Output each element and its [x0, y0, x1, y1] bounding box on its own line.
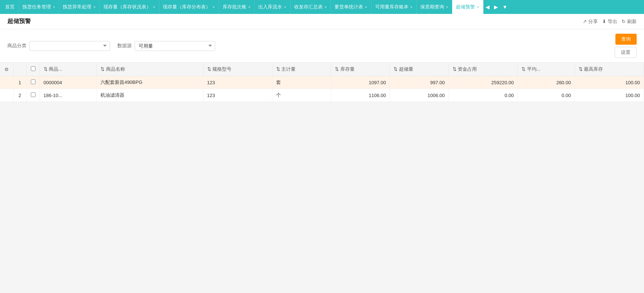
nav-order-stats[interactable]: 要货单统计表 × [331, 0, 371, 14]
col-gear: ⚙ [0, 63, 13, 76]
row-gear-cell [0, 89, 13, 102]
nav-shelf-life[interactable]: 保质期查询 × [417, 0, 452, 14]
col-avg[interactable]: ⇅ 平均... [518, 63, 575, 76]
close-order-stats[interactable]: × [365, 5, 367, 9]
row-spec: 123 [203, 76, 272, 89]
row-index: 2 [13, 89, 26, 102]
col-index [13, 63, 26, 76]
col-overstock[interactable]: ⇅ 超储量 [390, 63, 449, 76]
category-label: 商品分类 [7, 42, 26, 49]
row-checkbox[interactable] [31, 92, 36, 97]
row-unit: 个 [272, 89, 331, 102]
nav-batch-account[interactable]: 库存批次账 × [219, 0, 255, 14]
row-checkbox-cell[interactable] [26, 76, 40, 89]
refresh-button[interactable]: ↻ 刷新 [622, 18, 637, 25]
topbar-prev-btn[interactable]: ◀ [483, 0, 492, 14]
row-avg: 260.00 [518, 76, 575, 89]
close-available-stock[interactable]: × [410, 5, 413, 9]
topbar-more-btn[interactable]: ▼ [500, 0, 510, 14]
gear-icon[interactable]: ⚙ [4, 67, 9, 72]
nav-home[interactable]: 首页 [1, 0, 19, 14]
share-icon: ↗ [583, 19, 587, 24]
close-stock-status[interactable]: × [153, 5, 155, 9]
nav-stock-status[interactable]: 现存量（库存状况表） × [100, 0, 159, 14]
settings-button[interactable]: 设置 [615, 47, 637, 58]
row-overstock: 997.00 [390, 76, 449, 89]
row-name: 六配套新昌490BPG [97, 76, 203, 89]
close-receive-summary[interactable]: × [325, 5, 327, 9]
row-stock: 1106.00 [331, 89, 390, 102]
nav-inout-flow[interactable]: 出入库流水 × [255, 0, 290, 14]
refresh-icon: ↻ [622, 19, 626, 24]
row-overstock: 1006.00 [390, 89, 449, 102]
close-overstock-warning[interactable]: × [477, 5, 479, 9]
nav-stock-dist[interactable]: 现存量（库存分布表） × [159, 0, 219, 14]
row-capital: 259220.00 [449, 76, 517, 89]
row-spec: 123 [203, 89, 272, 102]
col-name[interactable]: ⇅ 商品名称 [97, 63, 203, 76]
nav-available-stock[interactable]: 可用量库存账本 × [372, 0, 417, 14]
filter-row: 商品分类 数据源 可用量 库存量 查询 设置 [0, 29, 644, 63]
row-capital: 0.00 [449, 89, 517, 102]
row-stock: 1097.00 [331, 76, 390, 89]
close-pick-task[interactable]: × [53, 5, 55, 9]
col-code[interactable]: ⇅ 商品... [40, 63, 97, 76]
datasource-select[interactable]: 可用量 库存量 [135, 41, 215, 51]
row-code: 186-10... [40, 89, 97, 102]
col-spec[interactable]: ⇅ 规格型号 [203, 63, 272, 76]
col-checkbox-all[interactable] [26, 63, 40, 76]
header-actions: ↗ 分享 ⬇ 导出 ↻ 刷新 [583, 18, 637, 25]
row-name: 机油滤清器 [97, 89, 203, 102]
query-button[interactable]: 查询 [615, 34, 637, 45]
header-row: 超储预警 ↗ 分享 ⬇ 导出 ↻ 刷新 [0, 14, 644, 29]
data-table: ⚙ ⇅ 商品... ⇅ 商品名称 ⇅ 规格型号 ⇅ 主计量 [0, 63, 644, 102]
close-pick-exception[interactable]: × [93, 5, 95, 9]
table-row: 1 0000004 六配套新昌490BPG 123 套 1097.00 997.… [0, 76, 644, 89]
nav-receive-summary[interactable]: 收发存汇总表 × [290, 0, 331, 14]
row-checkbox-cell[interactable] [26, 89, 40, 102]
close-shelf-life[interactable]: × [446, 5, 448, 9]
export-button[interactable]: ⬇ 导出 [602, 18, 617, 25]
category-filter: 商品分类 [7, 41, 110, 51]
col-unit[interactable]: ⇅ 主计量 [272, 63, 331, 76]
row-index: 1 [13, 76, 26, 89]
select-all-checkbox[interactable] [31, 66, 36, 71]
row-gear-cell [0, 76, 13, 89]
datasource-filter: 数据源 可用量 库存量 [117, 41, 215, 51]
category-select[interactable] [29, 41, 110, 51]
row-maxstock: 100.00 [575, 76, 644, 89]
topbar: 首页 拣货任务管理 × 拣货异常处理 × 现存量（库存状况表） × 现存量（库存… [0, 0, 644, 14]
row-unit: 套 [272, 76, 331, 89]
col-capital[interactable]: ⇅ 资金占用 [449, 63, 517, 76]
row-code: 0000004 [40, 76, 97, 89]
close-batch-account[interactable]: × [248, 5, 250, 9]
row-maxstock: 100.00 [575, 89, 644, 102]
share-button[interactable]: ↗ 分享 [583, 18, 598, 25]
page-title: 超储预警 [7, 18, 31, 25]
table-row: 2 186-10... 机油滤清器 123 个 1106.00 1006.00 … [0, 89, 644, 102]
nav-pick-task[interactable]: 拣货任务管理 × [19, 0, 59, 14]
row-checkbox[interactable] [31, 79, 36, 84]
table-container: ⚙ ⇅ 商品... ⇅ 商品名称 ⇅ 规格型号 ⇅ 主计量 [0, 63, 644, 102]
nav-pick-exception[interactable]: 拣货异常处理 × [59, 0, 99, 14]
close-inout-flow[interactable]: × [284, 5, 286, 9]
col-stock[interactable]: ⇅ 库存量 [331, 63, 390, 76]
col-maxstock[interactable]: ⇅ 最高库存 [575, 63, 644, 76]
export-icon: ⬇ [602, 19, 606, 24]
topbar-next-btn[interactable]: ▶ [492, 0, 500, 14]
row-avg: 0.00 [518, 89, 575, 102]
datasource-label: 数据源 [117, 42, 132, 49]
nav-overstock-warning[interactable]: 超储预警 × [452, 0, 483, 14]
close-stock-dist[interactable]: × [212, 5, 215, 9]
